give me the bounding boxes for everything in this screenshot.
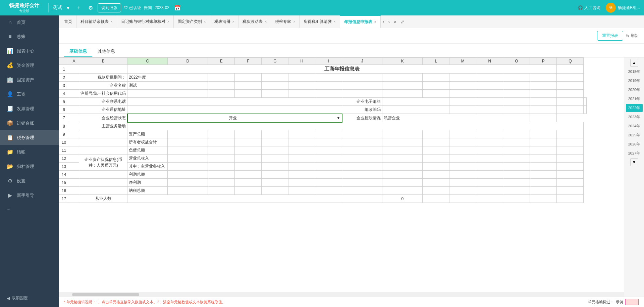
cell-14-d[interactable]: [168, 171, 208, 179]
col-header-q[interactable]: Q: [557, 58, 584, 65]
spreadsheet[interactable]: A B C D E F G H I J: [59, 57, 624, 292]
cell-16-g[interactable]: [262, 187, 288, 195]
year-item-2020[interactable]: 2020年: [626, 86, 643, 94]
col-header-f[interactable]: F: [235, 58, 262, 65]
user-menu[interactable]: 畅 畅捷通B组...: [606, 3, 640, 13]
cell-4-l[interactable]: [423, 90, 449, 98]
year-item-2023[interactable]: 2023年: [626, 113, 643, 121]
tab-journal[interactable]: 日记账与银行对账单核对 ×: [117, 15, 174, 28]
cell-17-a[interactable]: [69, 195, 79, 203]
cell-14-c[interactable]: 利润总额: [127, 171, 168, 179]
cell-17-q[interactable]: [557, 195, 584, 203]
cell-6-k[interactable]: [382, 106, 449, 114]
cell-2-a[interactable]: [69, 74, 79, 82]
tab-fixed-asset[interactable]: 固定资产类别 ×: [174, 15, 210, 28]
col-header-m[interactable]: M: [449, 58, 476, 65]
cell-11-e[interactable]: [208, 146, 235, 155]
cell-10-h[interactable]: [288, 138, 315, 146]
cell-16-e[interactable]: [208, 187, 235, 195]
cell-11-a[interactable]: [69, 146, 79, 155]
cell-13-e[interactable]: [208, 163, 235, 171]
cell-9-d[interactable]: [168, 130, 208, 138]
cell-4-f[interactable]: [235, 90, 262, 98]
cell-2-m[interactable]: [449, 74, 476, 82]
cell-10-i[interactable]: [315, 138, 342, 146]
cell-13-k[interactable]: [382, 163, 423, 171]
tab-tax-check[interactable]: 税检专家 ×: [271, 15, 300, 28]
cell-17-o[interactable]: [503, 195, 530, 203]
cell-5-l[interactable]: [449, 98, 476, 106]
cell-3-h[interactable]: [288, 82, 315, 90]
cell-9-i[interactable]: [315, 130, 342, 138]
cell-7-q[interactable]: [530, 114, 557, 122]
tab-close-tax-wave[interactable]: ×: [265, 20, 267, 24]
cell-16-k[interactable]: [382, 187, 423, 195]
cell-4-q[interactable]: [557, 90, 584, 98]
cell-14-f[interactable]: [235, 171, 262, 179]
cell-16-f[interactable]: [235, 187, 262, 195]
cell-6-m[interactable]: [476, 106, 503, 114]
cell-9-n[interactable]: [476, 130, 503, 138]
cell-13-c[interactable]: 其中：主营业务收入: [127, 163, 168, 171]
col-header-l[interactable]: L: [423, 58, 449, 65]
tab-prev-btn[interactable]: ‹: [381, 19, 386, 25]
tab-tax-clear[interactable]: 税表清册 ×: [210, 15, 239, 28]
cell-6-q[interactable]: [584, 106, 587, 114]
cell-6-n[interactable]: [503, 106, 530, 114]
cell-10-d[interactable]: [168, 138, 208, 146]
settings-btn[interactable]: ⚙: [86, 3, 95, 12]
cell-8-a[interactable]: [69, 122, 79, 130]
col-header-d[interactable]: D: [168, 58, 208, 65]
cell-2-c[interactable]: 2022年度: [127, 74, 208, 82]
sidebar-item-invoice[interactable]: 🧾 发票管理: [0, 101, 59, 116]
col-header-i[interactable]: I: [315, 58, 342, 65]
cell-9-h[interactable]: [288, 130, 315, 138]
cell-4-c[interactable]: [127, 90, 208, 98]
sidebar-item-inventory[interactable]: 📦 进销台账: [0, 116, 59, 130]
col-header-p[interactable]: P: [530, 58, 557, 65]
cell-11-m[interactable]: [449, 146, 476, 155]
cell-9-l[interactable]: [423, 130, 449, 138]
cell-5-k[interactable]: [382, 98, 449, 106]
tab-close-annual-report[interactable]: ×: [374, 20, 376, 24]
year-item-2027[interactable]: 2027年: [626, 149, 643, 158]
reset-report-button[interactable]: 重置报表: [597, 31, 623, 41]
cell-3-j[interactable]: [342, 82, 382, 90]
cell-9-p[interactable]: [530, 130, 557, 138]
cell-14-p[interactable]: [530, 171, 557, 179]
cell-6-c[interactable]: [127, 106, 342, 114]
cell-13-o[interactable]: [503, 163, 530, 171]
cell-10-q[interactable]: [557, 138, 584, 146]
cell-12-m[interactable]: [449, 155, 476, 163]
cell-1-a[interactable]: [69, 65, 79, 74]
cell-13-h[interactable]: [288, 163, 315, 171]
cell-9-a[interactable]: [69, 130, 79, 138]
sidebar-item-home[interactable]: ⌂ 首页: [0, 15, 59, 30]
year-scroll-up-button[interactable]: ▲: [630, 59, 638, 67]
cell-8-c[interactable]: [127, 122, 584, 130]
cell-17-b[interactable]: 从业人数: [79, 195, 127, 203]
sidebar-item-settings[interactable]: ⚙ 设置: [0, 174, 59, 188]
cell-9-f[interactable]: [235, 130, 262, 138]
cell-4-o[interactable]: [503, 90, 530, 98]
add-btn[interactable]: ＋: [74, 3, 84, 13]
cell-10-j[interactable]: [342, 138, 382, 146]
tab-next-btn[interactable]: ›: [386, 19, 392, 25]
cell-10-g[interactable]: [262, 138, 288, 146]
cell-2-b[interactable]: 税款所属期间：: [79, 74, 127, 82]
cell-13-g[interactable]: [262, 163, 288, 171]
cell-11-f[interactable]: [235, 146, 262, 155]
sidebar-item-guide[interactable]: ▶ 新手引导: [0, 188, 59, 203]
cell-16-a[interactable]: [69, 187, 79, 195]
cell-14-b[interactable]: [79, 171, 127, 179]
cell-15-l[interactable]: [423, 179, 449, 187]
cell-3-o[interactable]: [503, 82, 530, 90]
cell-17-m[interactable]: [449, 195, 476, 203]
cell-4-p[interactable]: [530, 90, 557, 98]
cell-7-k[interactable]: 私营企业: [382, 114, 530, 122]
cell-16-p[interactable]: [530, 187, 557, 195]
cell-10-l[interactable]: [423, 138, 449, 146]
cell-16-j[interactable]: [342, 187, 382, 195]
cell-12-q[interactable]: [557, 155, 584, 163]
cell-4-b[interactable]: 注册号/统一社会信用代码: [79, 90, 127, 98]
